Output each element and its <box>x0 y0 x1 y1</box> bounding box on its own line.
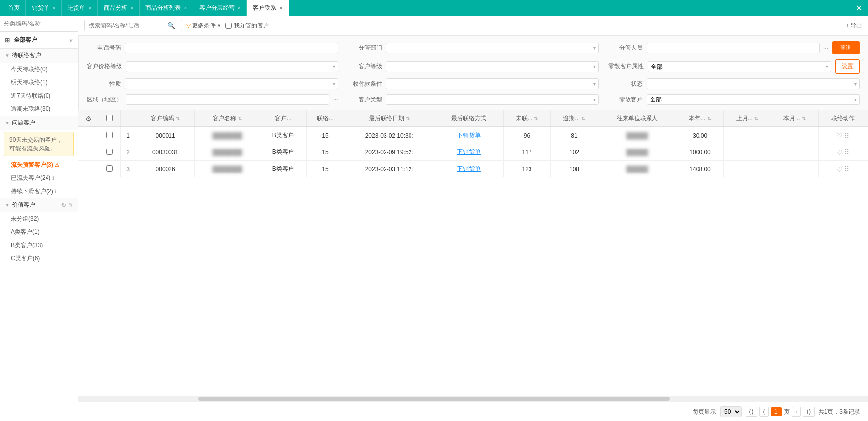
sidebar-search-input[interactable] <box>4 20 77 27</box>
sidebar-item-churn-warning[interactable]: 流失预警客户(3) ⚠ <box>0 158 78 172</box>
scrollbar-thumb[interactable] <box>198 397 670 401</box>
col-unit-contact[interactable]: 往来单位联系人 <box>598 110 676 127</box>
col-contact[interactable]: 联络... <box>306 110 344 127</box>
tab-home[interactable]: 首页 <box>2 0 26 16</box>
chat-icon[interactable]: ♡ <box>836 149 843 156</box>
first-page-btn[interactable]: ⟨⟨ <box>746 407 757 417</box>
person-input[interactable] <box>647 43 820 53</box>
sidebar-all-customers[interactable]: ⊞ 全部客户 « <box>0 32 78 49</box>
price-level-select[interactable] <box>126 61 338 72</box>
col-last-method[interactable]: 最后联络方式 <box>434 110 504 127</box>
close-icon[interactable]: × <box>238 5 241 11</box>
chat-icon[interactable]: ♡ <box>836 132 843 140</box>
row-checkbox[interactable] <box>106 132 113 138</box>
window-close-icon[interactable]: ✕ <box>852 3 866 13</box>
col-last-date[interactable]: 最后联络日期 ⇅ <box>344 110 434 127</box>
col-code[interactable]: 客户编码 ⇅ <box>136 110 195 127</box>
more-icon[interactable]: ··· <box>333 96 338 103</box>
col-this-month[interactable]: 本月... ⇅ <box>771 110 819 127</box>
sidebar-item-class-b[interactable]: B类客户(33) <box>0 239 78 252</box>
sidebar-item-today-contact[interactable]: 今天待联络(0) <box>0 63 78 76</box>
horizontal-scrollbar[interactable] <box>78 396 868 402</box>
more-conditions-btn[interactable]: ▽ 更多条件 ∧ <box>186 22 221 30</box>
row-name-cell: ███████ <box>194 161 260 177</box>
customer-type-select[interactable] <box>386 94 599 105</box>
customer-level-select[interactable] <box>386 61 599 72</box>
sidebar-item-tomorrow-contact[interactable]: 明天待联络(1) <box>0 76 78 89</box>
col-this-year[interactable]: 本年... ⇅ <box>676 110 724 127</box>
tab-product-analysis-list[interactable]: 商品分析列表 × <box>140 0 193 16</box>
close-icon[interactable]: × <box>52 5 55 11</box>
last-page-btn[interactable]: ⟩⟩ <box>803 407 815 417</box>
sidebar-item-ungrouped[interactable]: 未分组(32) <box>0 212 78 225</box>
row-this-year-cell: 1408.00 <box>676 161 724 177</box>
collapse-icon[interactable]: « <box>69 36 73 44</box>
contact-method-link[interactable]: 下销货单 <box>457 165 481 172</box>
close-icon[interactable]: × <box>279 5 282 11</box>
close-icon[interactable]: × <box>88 5 91 11</box>
my-customers-checkbox-wrap[interactable]: 我分管的客户 <box>225 22 269 30</box>
row-checkbox-cell[interactable] <box>99 161 120 177</box>
select-all-checkbox[interactable] <box>106 115 113 121</box>
nature-select[interactable] <box>125 78 338 89</box>
sidebar-item-overdue-contact[interactable]: 逾期未联络(30) <box>0 102 78 116</box>
row-type-cell: B类客户 <box>260 127 306 144</box>
col-name[interactable]: 客户名称 ⇅ <box>194 110 260 127</box>
per-page-select[interactable]: 50 <box>720 406 742 417</box>
status-select[interactable] <box>647 78 860 89</box>
col-overdue[interactable]: 逾期... ⇅ <box>551 110 598 127</box>
close-icon[interactable]: × <box>184 5 187 11</box>
tab-product-analysis[interactable]: 商品分析 × <box>98 0 140 16</box>
row-index-cell: 3 <box>120 161 136 177</box>
col-type[interactable]: 客户... <box>260 110 306 127</box>
col-last-month[interactable]: 上月... ⇅ <box>723 110 771 127</box>
menu-icon[interactable]: ⠿ <box>844 149 849 156</box>
sidebar-section-pending[interactable]: ▼ 待联络客户 <box>0 49 78 63</box>
tab-customer-contact[interactable]: 客户联系 × <box>247 0 289 16</box>
dept-select[interactable] <box>386 43 599 53</box>
payment-select[interactable] <box>386 78 599 89</box>
col-settings[interactable]: ⚙ <box>78 110 99 127</box>
search-icon[interactable]: 🔍 <box>167 22 175 29</box>
chat-icon[interactable]: ♡ <box>836 165 843 173</box>
search-input[interactable] <box>89 22 167 29</box>
my-customers-checkbox[interactable] <box>225 23 232 29</box>
sidebar-item-churned[interactable]: 已流失客户(24) ℹ <box>0 172 78 185</box>
filter-row-zero-attr: 零散客户属性 全部 ▾ 设置 <box>608 59 860 74</box>
region-input[interactable] <box>126 94 329 105</box>
close-icon[interactable]: × <box>130 5 133 11</box>
sidebar-item-7day-contact[interactable]: 近7天待联络(0) <box>0 89 78 102</box>
phone-input[interactable] <box>125 43 338 53</box>
sidebar-item-declining[interactable]: 持续下滑客户(2) ℹ <box>0 185 78 198</box>
contact-method-link[interactable]: 下销货单 <box>457 149 481 155</box>
refresh-icon[interactable]: ↻ <box>61 202 66 209</box>
row-checkbox[interactable] <box>106 165 113 172</box>
edit-icon[interactable]: ✎ <box>68 202 73 209</box>
tab-purchase-order[interactable]: 进货单 × <box>62 0 97 16</box>
settings-gear-icon[interactable]: ⚙ <box>85 115 92 123</box>
customer-level-label: 客户等级 <box>348 62 382 71</box>
sidebar-item-class-a[interactable]: A类客户(1) <box>0 225 78 239</box>
row-checkbox-cell[interactable] <box>99 144 120 161</box>
query-button[interactable]: 查询 <box>832 41 860 54</box>
tab-customer-tier[interactable]: 客户分层经营 × <box>193 0 247 16</box>
sidebar-item-class-c[interactable]: C类客户(6) <box>0 252 78 265</box>
contact-method-link[interactable]: 下销货单 <box>457 132 481 139</box>
sidebar: 🔍 ⊞ 全部客户 « ▼ 待联络客户 今天待联络(0) 明天待联络(1) 近7天… <box>0 16 78 421</box>
row-checkbox[interactable] <box>106 149 113 155</box>
tab-sales-order[interactable]: 销货单 × <box>26 0 62 16</box>
col-not-contacted[interactable]: 未联... ⇅ <box>503 110 551 127</box>
zero-customer-select[interactable]: 全部 <box>647 94 860 105</box>
prev-page-btn[interactable]: ⟨ <box>759 407 769 417</box>
export-btn[interactable]: ↑ 导出 <box>846 22 862 30</box>
more-icon[interactable]: ··· <box>823 45 828 51</box>
sidebar-section-problem[interactable]: ▼ 问题客户 <box>0 116 78 130</box>
menu-icon[interactable]: ⠿ <box>844 165 849 173</box>
next-page-btn[interactable]: ⟩ <box>792 407 801 417</box>
row-checkbox-cell[interactable] <box>99 127 120 144</box>
menu-icon[interactable]: ⠿ <box>844 132 849 140</box>
settings-button[interactable]: 设置 <box>835 59 860 74</box>
col-checkbox[interactable] <box>99 110 120 127</box>
zero-attr-select[interactable]: 全部 <box>648 61 831 72</box>
sidebar-section-value[interactable]: ▼ 价值客户 ↻ ✎ <box>0 198 78 212</box>
